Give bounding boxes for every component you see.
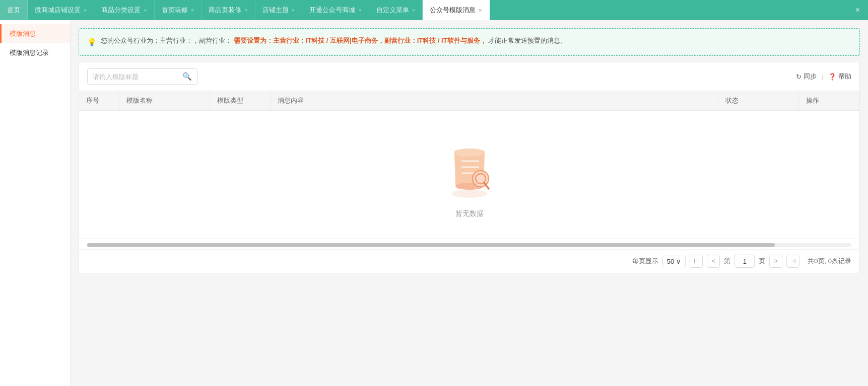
tab-product-decor[interactable]: 商品页装修 × [202,0,255,20]
tab-product-decor-close[interactable]: × [244,7,247,13]
sidebar: 模版消息 模版消息记录 [0,20,71,386]
table-header: 序号 模版名称 模版类型 消息内容 状态 操作 [79,91,859,111]
notice-text: 您的公众号行业为：主营行业：，副营行业： 需要设置为：主营行业：IT科技 / 互… [101,36,567,46]
help-label: 帮助 [838,72,851,81]
sidebar-item-template-msg-record-label: 模版消息记录 [10,49,49,56]
tab-homepage-decor-close[interactable]: × [191,7,194,13]
search-button[interactable]: 🔍 [178,69,196,84]
bulb-icon: 💡 [87,36,97,48]
next-page-button[interactable]: > [769,255,782,268]
content-area: 💡 您的公众号行业为：主营行业：，副营行业： 需要设置为：主营行业：IT科技 /… [71,20,868,386]
sync-label: 同步 [804,72,817,81]
per-page-label: 每页显示 [632,257,658,266]
prev-page-button[interactable]: < [707,255,720,268]
toolbar-divider: | [822,73,823,81]
top-nav: 首页 微商城店铺设置 × 商品分类设置 × 首页装修 × 商品页装修 × 店铺主… [0,0,868,20]
col-status: 状态 [718,91,799,110]
col-content: 消息内容 [271,91,718,110]
notice-suffix: 才能正常发送预置的消息。 [488,37,567,44]
col-name: 模版名称 [119,91,210,110]
tab-template-msg-close[interactable]: × [479,7,482,13]
empty-text: 暂无数据 [455,209,484,218]
notice-banner: 💡 您的公众号行业为：主营行业：，副营行业： 需要设置为：主营行业：IT科技 /… [79,28,860,56]
help-button[interactable]: ❓ 帮助 [828,72,851,81]
search-input[interactable] [88,70,178,84]
tab-homepage-decor[interactable]: 首页装修 × [155,0,202,20]
tab-template-msg[interactable]: 公众号模版消息 × [423,0,489,20]
notice-prefix: 您的公众号行业为：主营行业：，副营行业： [101,37,232,44]
tab-store-theme-label: 店铺主题 [262,6,289,15]
tab-product-decor-label: 商品页装修 [209,6,241,15]
search-bar: 🔍 ↻ 同步 | ❓ 帮助 [79,62,859,91]
scrollbar-track [87,243,851,247]
notice-highlight: 需要设置为：主营行业：IT科技 / 互联网|电子商务，副营行业：IT科技 / I… [234,37,487,44]
total-info: 共0页, 0条记录 [808,257,851,266]
table-section: 🔍 ↻ 同步 | ❓ 帮助 序号 模版名称 [79,62,860,273]
empty-illustration [439,141,500,201]
search-input-wrap[interactable]: 🔍 [87,68,198,85]
tab-wechat-shop[interactable]: 微商城店铺设置 × [28,0,94,20]
sidebar-item-template-msg[interactable]: 模版消息 [0,24,70,43]
tab-open-mall-close[interactable]: × [358,7,361,13]
col-type: 模版类型 [210,91,271,110]
tab-category-close[interactable]: × [144,7,147,13]
tab-custom-menu-close[interactable]: × [412,7,415,13]
tab-wechat-shop-label: 微商城店铺设置 [35,6,81,15]
last-page-button[interactable]: ⊣ [786,255,799,268]
tab-store-theme[interactable]: 店铺主题 × [255,0,302,20]
pagination: 每页显示 50 ∨ ⊢ < 第 页 > ⊣ 共0页, 0条记录 [79,249,859,273]
tab-store-theme-close[interactable]: × [292,7,295,13]
tab-category[interactable]: 商品分类设置 × [94,0,154,20]
tab-custom-menu[interactable]: 自定义菜单 × [369,0,423,20]
tab-open-mall-label: 开通公众号商城 [309,6,355,15]
first-page-button[interactable]: ⊢ [690,255,703,268]
sidebar-item-template-msg-record[interactable]: 模版消息记录 [0,43,70,62]
help-icon: ❓ [828,73,836,81]
tab-custom-menu-label: 自定义菜单 [376,6,409,15]
per-page-select[interactable]: 50 ∨ [662,256,686,267]
sync-button[interactable]: ↻ 同步 [796,72,817,81]
tab-homepage-decor-label: 首页装修 [162,6,188,15]
global-close-button[interactable]: × [847,6,868,15]
tab-home-label: 首页 [7,6,20,15]
svg-point-1 [454,148,485,157]
tab-template-msg-label: 公众号模版消息 [430,6,476,15]
search-icon: 🔍 [182,72,192,81]
svg-point-0 [452,190,487,198]
col-index: 序号 [79,91,119,110]
empty-state: 暂无数据 [79,111,859,239]
tab-open-mall[interactable]: 开通公众号商城 × [302,0,369,20]
page-label-pre: 第 [724,257,730,266]
col-action: 操作 [799,91,859,110]
scrollbar-area [79,239,859,249]
page-label-post: 页 [759,257,765,266]
tab-category-label: 商品分类设置 [101,6,141,15]
per-page-value: 50 [667,258,674,265]
sidebar-item-template-msg-label: 模版消息 [10,30,36,37]
page-input[interactable] [735,255,755,268]
tab-home[interactable]: 首页 [0,0,28,20]
scrollbar-thumb[interactable] [87,243,775,247]
toolbar-right: ↻ 同步 | ❓ 帮助 [796,72,851,81]
tab-wechat-shop-close[interactable]: × [84,7,87,13]
per-page-dropdown-icon: ∨ [676,258,681,265]
main-layout: 模版消息 模版消息记录 💡 您的公众号行业为：主营行业：，副营行业： 需要设置为… [0,20,868,386]
sync-icon: ↻ [796,73,802,81]
